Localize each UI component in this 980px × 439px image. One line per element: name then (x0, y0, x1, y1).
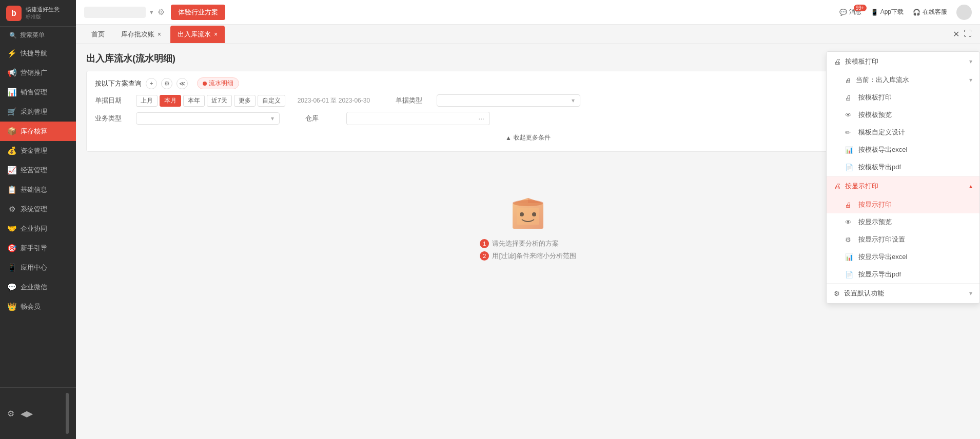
guide-icon: 🎯 (7, 244, 16, 253)
sidebar-item-label: 畅会员 (21, 302, 41, 311)
filter-section-label: 按以下方案查询 (95, 79, 142, 88)
filter-collapse-icon[interactable]: ≪ (177, 78, 188, 89)
sidebar-item-wechat[interactable]: 💬 企业微信 (0, 277, 76, 297)
sidebar-item-basic[interactable]: 📋 基础信息 (0, 180, 76, 199)
tab-bar: 首页 库存批次账 × 出入库流水 × ✕ ⛶ (76, 25, 980, 44)
sidebar-item-guide[interactable]: 🎯 新手引导 (0, 238, 76, 258)
collapse-up-icon: ▲ (505, 134, 512, 142)
date-filter-label: 单据日期 (95, 96, 126, 105)
maximize-icon[interactable]: ⛶ (964, 29, 972, 39)
tab-stock-flow[interactable]: 出入库流水 × (170, 26, 225, 43)
display-print-section-header[interactable]: 🖨 按显示打印 ▴ (827, 176, 979, 196)
tab-batch-account-close-icon[interactable]: × (158, 31, 161, 38)
template-print-item[interactable]: 🖨 按模板打印 (827, 89, 979, 106)
date-btn-this-year[interactable]: 本年 (183, 95, 205, 107)
sidebar-item-app-center[interactable]: 📱 应用中心 (0, 258, 76, 277)
topbar: ▾ ⚙ 体验行业方案 💬 消息 99+ 📱 App下载 🎧 在线客服 (76, 0, 980, 25)
warehouse-select[interactable]: ··· (346, 112, 490, 125)
step-2-text: 用[过滤]条件来缩小分析范围 (492, 251, 576, 261)
doc-type-select[interactable]: ▾ (437, 94, 580, 107)
date-btn-7days[interactable]: 近7天 (207, 95, 232, 107)
member-icon: 👑 (7, 302, 16, 311)
filter-add-button[interactable]: + (146, 78, 157, 89)
date-btn-custom[interactable]: 自定义 (258, 95, 285, 107)
template-export-excel-item[interactable]: 📊 按模板导出excel (827, 141, 979, 158)
display-preview-item[interactable]: 👁 按显示预览 (827, 213, 979, 231)
filter-settings-button[interactable]: ⚙ (161, 78, 172, 89)
template-preview-icon: 👁 (845, 111, 853, 119)
display-export-excel-item[interactable]: 📊 按显示导出excel (827, 248, 979, 266)
headset-icon: 🎧 (913, 9, 920, 16)
svg-point-6 (532, 212, 536, 216)
app-center-icon: 📱 (7, 263, 16, 272)
sidebar-item-finance[interactable]: 💰 资金管理 (0, 141, 76, 161)
step-1-number: 1 (480, 239, 489, 248)
tab-batch-account[interactable]: 库存批次账 × (114, 26, 168, 43)
template-custom-design-item[interactable]: ✏ 模板自定义设计 (827, 124, 979, 141)
sidebar-item-purchase[interactable]: 🛒 采购管理 (0, 102, 76, 122)
set-default-arrow-icon: ▾ (969, 290, 972, 297)
sidebar-search[interactable]: 🔍 搜索菜单 (0, 27, 76, 44)
marketing-icon: 📢 (7, 68, 16, 77)
online-service-button[interactable]: 🎧 在线客服 (913, 8, 947, 16)
close-all-tabs-icon[interactable]: ✕ (953, 29, 959, 39)
industry-solution-button[interactable]: 体验行业方案 (171, 5, 225, 20)
sidebar-scrollbar[interactable] (66, 393, 69, 434)
tab-stock-flow-close-icon[interactable]: × (214, 31, 218, 38)
template-preview-item[interactable]: 👁 按模板预览 (827, 106, 979, 124)
template-pdf-icon: 📄 (845, 164, 853, 171)
display-print-section: 🖨 按显示打印 ▴ 🖨 按显示打印 👁 按显示预览 ⚙ 按显示打印设置 📊 按显… (827, 176, 979, 284)
current-template-icon: 🖨 (845, 76, 852, 84)
sidebar-item-system[interactable]: ⚙ 系统管理 (0, 199, 76, 219)
svg-point-3 (513, 200, 543, 206)
print-dropdown-panel: 🖨 按模板打印 ▾ 🖨 当前：出入库流水 ▾ 🖨 按模板打印 👁 按模板预览 ✏… (826, 51, 980, 304)
user-avatar[interactable] (956, 5, 972, 20)
sidebar-item-sales[interactable]: 📊 销售管理 (0, 83, 76, 102)
template-print-section-header[interactable]: 🖨 按模板打印 ▾ (827, 52, 979, 71)
sidebar-item-operations[interactable]: 📈 经营管理 (0, 161, 76, 180)
set-default-button[interactable]: ⚙ 设置默认功能 ▾ (827, 284, 979, 303)
app-download-button[interactable]: 📱 App下载 (871, 8, 904, 16)
tab-home[interactable]: 首页 (84, 26, 112, 43)
date-btn-more[interactable]: 更多 (234, 95, 256, 107)
biz-type-select[interactable]: ▾ (136, 112, 280, 125)
messages-button[interactable]: 💬 消息 99+ (839, 8, 861, 16)
sidebar-item-label: 销售管理 (21, 88, 47, 97)
date-filter-buttons: 上月 本月 本年 近7天 更多 自定义 (136, 95, 285, 107)
sidebar-item-label: 基础信息 (21, 185, 47, 194)
template-preview-label: 按模板预览 (858, 110, 892, 119)
step-2-number: 2 (480, 251, 489, 261)
display-export-pdf-item[interactable]: 📄 按显示导出pdf (827, 266, 979, 283)
template-section-arrow-icon: ▾ (969, 58, 972, 65)
sidebar-item-member[interactable]: 👑 畅会员 (0, 297, 76, 316)
biz-type-label: 业务类型 (95, 114, 126, 123)
sidebar-item-quick-nav[interactable]: ⚡ 快捷导航 (0, 44, 76, 63)
sales-icon: 📊 (7, 88, 16, 97)
filter-tag-detail[interactable]: 流水明细 (197, 77, 239, 89)
display-preview-label: 按显示预览 (858, 217, 892, 227)
sidebar-item-marketing[interactable]: 📢 营销推广 (0, 63, 76, 83)
date-btn-last-month[interactable]: 上月 (136, 95, 158, 107)
display-print-settings-item[interactable]: ⚙ 按显示打印设置 (827, 231, 979, 248)
empty-step-1: 1 请先选择要分析的方案 (480, 239, 576, 248)
app-download-label: App下载 (880, 8, 904, 16)
sidebar-item-label: 经营管理 (21, 166, 47, 175)
date-btn-this-month[interactable]: 本月 (160, 95, 181, 107)
collapse-sidebar-icon[interactable]: ◀▶ (21, 409, 33, 418)
topbar-chevron-icon[interactable]: ▾ (150, 8, 153, 16)
quick-nav-icon: ⚡ (7, 49, 16, 58)
topbar-settings-icon[interactable]: ⚙ (158, 7, 165, 17)
template-print-title: 按模板打印 (845, 57, 878, 66)
display-preview-icon: 👁 (845, 218, 853, 226)
template-print-item-label: 按模板打印 (858, 93, 892, 102)
empty-state-icon (502, 183, 554, 234)
settings-footer-icon[interactable]: ⚙ (7, 409, 14, 418)
topbar-search-input[interactable] (84, 7, 146, 18)
sidebar-item-inventory[interactable]: 📦 库存核算 (0, 122, 76, 141)
sidebar-item-cooperation[interactable]: 🤝 企业协同 (0, 219, 76, 238)
current-template-arrow-icon: ▾ (969, 76, 972, 84)
template-export-pdf-item[interactable]: 📄 按模板导出pdf (827, 158, 979, 176)
inventory-icon: 📦 (7, 127, 16, 136)
display-print-item[interactable]: 🖨 按显示打印 (827, 196, 979, 213)
empty-step-2: 2 用[过滤]条件来缩小分析范围 (480, 251, 576, 261)
